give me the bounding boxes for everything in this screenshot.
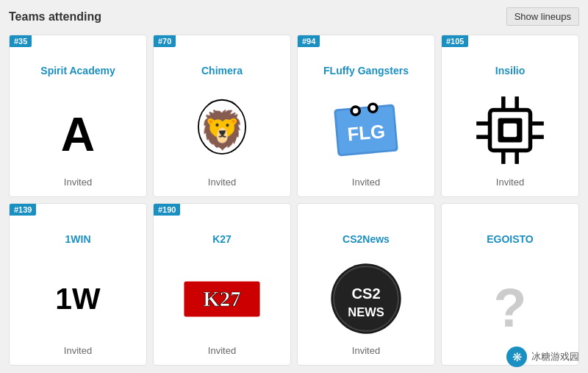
svg-rect-21 (503, 124, 517, 137)
team-status: Invited (64, 345, 92, 356)
team-card-fluffy-gangsters[interactable]: #94 FLuffy Gangsters FLG Invited (297, 35, 435, 197)
teams-grid: #35 Spirit Academy A Invited #70 Chimera (9, 35, 579, 366)
header-row: Teams attending Show lineups (9, 7, 579, 26)
team-logo (470, 90, 551, 171)
team-name: EGOISTO (487, 226, 534, 252)
team-card-chimera[interactable]: #70 Chimera 🦁 Invited (153, 35, 291, 197)
svg-text:NEWS: NEWS (348, 305, 384, 319)
svg-text:K27: K27 (203, 286, 240, 310)
svg-text:🦁: 🦁 (199, 108, 245, 152)
team-card-k27[interactable]: #190 K27 K27 Invited (153, 203, 291, 366)
team-name: 1WIN (65, 226, 91, 252)
show-lineups-button[interactable]: Show lineups (506, 7, 579, 26)
rank-badge: #190 (154, 204, 180, 216)
team-status: Invited (496, 177, 524, 188)
watermark: ❋ 冰糖游戏园 (506, 347, 579, 367)
team-status: Invited (352, 345, 380, 356)
team-logo: 🦁 (182, 90, 262, 171)
team-logo: FLG (326, 90, 406, 171)
team-card-cs2news[interactable]: CS2News CS2 NEWS Invited (297, 203, 435, 366)
svg-text:1W: 1W (55, 282, 101, 316)
team-status: Invited (352, 177, 380, 188)
team-logo: A (37, 90, 118, 171)
watermark-icon: ❋ (506, 347, 527, 367)
team-name: Spirit Academy (40, 57, 115, 84)
team-logo: K27 (182, 258, 262, 339)
rank-badge: #139 (10, 204, 36, 216)
svg-text:FLG: FLG (347, 121, 387, 144)
team-logo: ? (470, 258, 551, 350)
rank-badge: #35 (10, 35, 32, 47)
svg-text:?: ? (494, 278, 527, 338)
section-title: Teams attending (9, 10, 101, 24)
rank-badge: #70 (154, 35, 176, 47)
team-name: K27 (212, 226, 232, 252)
page-container: Teams attending Show lineups #35 Spirit … (0, 0, 588, 373)
team-name: FLuffy Gangsters (323, 57, 409, 84)
team-logo: 1W 1W (37, 258, 118, 339)
team-card-egoisto[interactable]: EGOISTO ? (441, 203, 579, 366)
rank-badge: #105 (442, 35, 468, 47)
team-name: Insilio (495, 57, 525, 84)
svg-text:A: A (61, 108, 95, 161)
team-status: Invited (64, 177, 92, 188)
rank-badge: #94 (298, 35, 320, 47)
team-card-spirit-academy[interactable]: #35 Spirit Academy A Invited (9, 35, 147, 197)
team-name: CS2News (343, 226, 390, 252)
team-status: Invited (208, 177, 236, 188)
team-name: Chimera (201, 57, 243, 84)
team-card-insilio[interactable]: #105 Insilio Invited (441, 35, 579, 197)
team-logo: CS2 NEWS (326, 258, 406, 339)
team-status: Invited (208, 345, 236, 356)
watermark-text: 冰糖游戏园 (531, 350, 579, 363)
svg-text:CS2: CS2 (351, 285, 380, 302)
team-card-1win[interactable]: #139 1WIN 1W 1W Invited (9, 203, 147, 366)
